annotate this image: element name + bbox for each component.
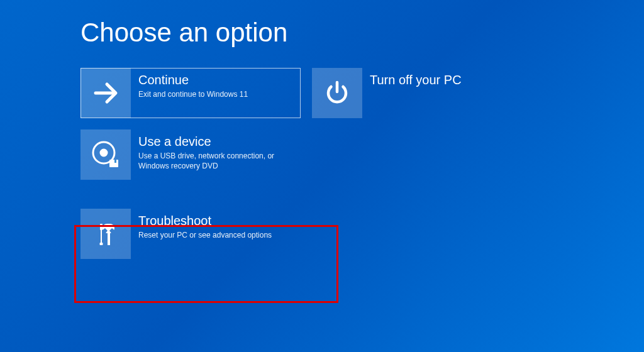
svg-rect-4: [109, 160, 118, 167]
device-desc: Use a USB drive, network connection, or …: [138, 151, 301, 171]
continue-button[interactable]: Continue Exit and continue to Windows 11: [80, 68, 301, 118]
device-text: Use a device Use a USB drive, network co…: [138, 129, 301, 171]
turnoff-text: Turn off your PC: [370, 68, 532, 89]
arrow-right-icon: [80, 68, 131, 118]
turnoff-button[interactable]: Turn off your PC: [312, 68, 532, 118]
troubleshoot-button[interactable]: Troubleshoot Reset your PC or see advanc…: [80, 209, 301, 259]
troubleshoot-label: Troubleshoot: [138, 214, 301, 228]
power-icon: [312, 68, 362, 118]
svg-rect-7: [101, 230, 102, 243]
svg-rect-6: [100, 224, 103, 230]
continue-label: Continue: [138, 73, 301, 87]
continue-text: Continue Exit and continue to Windows 11: [138, 68, 301, 99]
svg-rect-8: [100, 243, 103, 245]
device-label: Use a device: [138, 135, 301, 149]
svg-point-3: [101, 150, 107, 156]
disc-icon: [80, 129, 131, 180]
turnoff-label: Turn off your PC: [370, 73, 532, 87]
page-title: Choose an option: [80, 18, 287, 48]
options-container: Continue Exit and continue to Windows 11…: [80, 68, 532, 270]
device-button[interactable]: Use a device Use a USB drive, network co…: [80, 129, 301, 180]
tools-icon: [80, 209, 131, 259]
svg-rect-5: [114, 160, 116, 163]
troubleshoot-text: Troubleshoot Reset your PC or see advanc…: [138, 209, 301, 240]
troubleshoot-desc: Reset your PC or see advanced options: [138, 230, 301, 240]
continue-desc: Exit and continue to Windows 11: [138, 89, 301, 99]
